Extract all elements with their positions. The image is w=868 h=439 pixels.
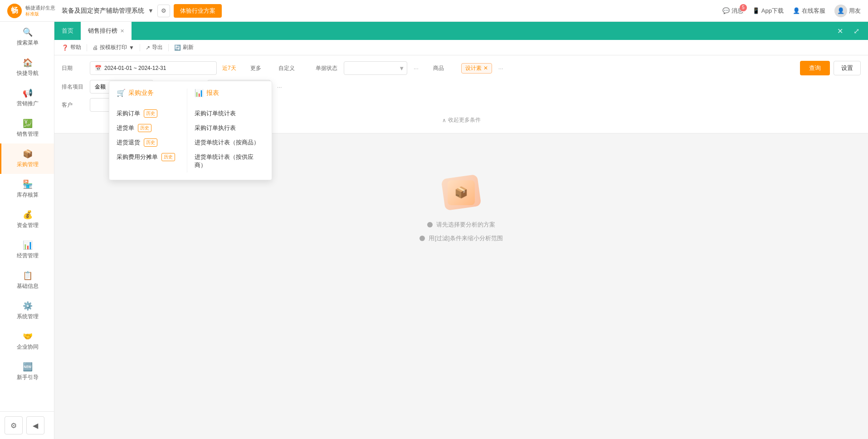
industry-button[interactable]: 体验行业方案 [174,4,222,18]
operation-icon: 📊 [23,240,33,250]
dropdown-item-return[interactable]: 进货退货 历史 [117,135,187,150]
tab-home[interactable]: 首页 [54,22,81,40]
goods-tag-text: 设计素 [465,64,482,72]
sidebar-label-base: 基础信息 [17,282,39,290]
sidebar-label-fund: 资金管理 [17,222,39,229]
tab-sales-rank[interactable]: 销售排行榜 ✕ [81,22,132,40]
sidebar: 🔍 搜索菜单 🏠 快捷导航 📢 营销推广 💹 销售管理 📦 采购管理 🏪 库存核… [0,22,54,439]
report-col-icon: 📊 [195,89,204,97]
query-button[interactable]: 查询 [800,61,830,75]
sidebar-item-inventory[interactable]: 🏪 库存核算 [0,174,54,204]
dropdown-item-report-4[interactable]: 进货单统计表（按供应商） [195,150,265,173]
empty-dot-1 [427,222,433,227]
dropdown-label-report-4: 进货单统计表（按供应商） [195,153,265,169]
customer-label: 客户 [62,101,84,109]
date-range-input[interactable]: 📅 2024-01-01 ~ 2024-12-31 [90,61,217,75]
tab-close-icon[interactable]: ✕ [120,28,124,34]
date-shortcut-7days[interactable]: 近7天 [222,64,245,72]
sidebar-item-enterprise[interactable]: 🤝 企业协同 [0,326,54,356]
dropdown-label-purchase-order: 采购订单 [117,109,140,118]
purchase-icon: 📦 [23,149,33,159]
print-icon: 🖨 [93,44,98,51]
salesperson-dots[interactable]: ··· [277,84,282,90]
sidebar-item-fund[interactable]: 💰 资金管理 [0,204,54,235]
dropdown-label-inbound: 进货单 [117,124,134,132]
collapse-sidebar-button[interactable]: ◀ [26,416,44,434]
voucher-status-select-wrap: ▼ [344,61,407,75]
toolbar-divider3 [168,44,169,51]
marketing-icon: 📢 [23,88,33,98]
dropdown-label-report-3: 进货单统计表（按商品） [195,138,259,147]
user-item[interactable]: 👤 用友 [834,5,861,17]
date-shortcut-more[interactable]: 更多 [250,64,273,72]
online-service-item[interactable]: 👤 在线客服 [793,7,825,15]
tab-close-btn[interactable]: ✕ [834,25,846,37]
dropdown-label-return: 进货退货 [117,138,140,147]
refresh-icon: 🔄 [174,44,181,51]
tab-bar: 首页 销售排行榜 ✕ ✕ ⤢ [54,22,868,40]
refresh-button[interactable]: 🔄 刷新 [174,44,194,51]
message-item[interactable]: 💬 消息 5 [722,7,743,15]
voucher-status-select[interactable] [344,61,407,75]
history-badge-1: 历史 [138,124,151,132]
gear-button[interactable]: ⚙ [157,5,170,17]
dropdown-item-report-2[interactable]: 采购订单执行表 [195,121,265,135]
sidebar-item-system[interactable]: ⚙️ 系统管理 [0,296,54,326]
rank-label: 排名项目 [62,83,84,91]
dropdown-label-report-1: 采购订单统计表 [195,109,236,118]
help-icon: ❓ [62,44,68,51]
message-badge: 5 [740,4,747,11]
dropdown-columns: 🛒 采购业务 采购订单 历史 进货单 历史 进货退货 历史 [117,89,264,173]
toolbar-divider [87,44,87,51]
tab-maximize-btn[interactable]: ⤢ [850,25,863,37]
online-label: 在线客服 [802,7,825,15]
app-download-item[interactable]: 📱 App下载 [752,7,784,15]
system-dropdown-arrow[interactable]: ▼ [148,7,154,14]
date-shortcut-custom[interactable]: 自定义 [278,64,301,72]
print-dropdown-icon[interactable]: ▼ [129,44,134,51]
settings-bottom-button[interactable]: ⚙ [5,416,23,434]
sidebar-item-quick[interactable]: 🏠 快捷导航 [0,52,54,83]
dropdown-item-report-1[interactable]: 采购订单统计表 [195,106,265,121]
date-label: 日期 [62,64,84,72]
purchase-col-title: 🛒 采购业务 [117,89,187,101]
sidebar-item-base[interactable]: 📋 基础信息 [0,265,54,296]
sidebar-item-marketing[interactable]: 📢 营销推广 [0,83,54,113]
print-button[interactable]: 🖨 按模板打印 ▼ [93,44,134,51]
voucher-status-label: 单据状态 [316,64,338,72]
search-icon: 🔍 [23,27,33,37]
sidebar-label-quick: 快捷导航 [17,69,39,77]
dropdown-item-inbound[interactable]: 进货单 历史 [117,121,187,135]
goods-tag-close[interactable]: ✕ [483,65,488,71]
sidebar-label-inventory: 库存核算 [17,191,39,199]
dropdown-item-purchase-order[interactable]: 采购订单 历史 [117,106,187,121]
history-badge-3: 历史 [161,153,175,161]
system-title-area: 装备及固定资产辅助管理系统 ▼ ⚙ 体验行业方案 [62,4,722,18]
dropdown-label-expense: 采购费用分摊单 [117,153,158,161]
user-label: 用友 [849,7,861,15]
filter-actions: 查询 设置 [800,61,861,75]
calendar-icon: 📅 [95,65,102,71]
help-button[interactable]: ❓ 帮助 [62,44,81,51]
export-button[interactable]: ↗ 导出 [146,44,163,51]
sales-icon: 💹 [23,118,33,128]
goods-dots[interactable]: ··· [498,65,503,72]
tab-bar-right: ✕ ⤢ [834,25,868,37]
voucher-status-dots[interactable]: ··· [414,65,419,72]
dropdown-item-expense[interactable]: 采购费用分摊单 历史 [117,150,187,164]
sidebar-item-operation[interactable]: 📊 经营管理 [0,235,54,265]
empty-tip-2: 用[过滤]条件来缩小分析范围 [419,234,502,242]
filter-row-1: 日期 📅 2024-01-01 ~ 2024-12-31 近7天 更多 自定义 … [62,61,861,75]
dropdown-item-report-3[interactable]: 进货单统计表（按商品） [195,135,265,150]
sidebar-label-guide: 新手引导 [17,374,39,381]
goods-label: 商品 [433,64,456,72]
sidebar-item-purchase[interactable]: 📦 采购管理 [0,143,54,174]
history-badge-2: 历史 [144,138,157,147]
settings-button[interactable]: 设置 [834,61,861,75]
top-bar: 畅 畅捷通好生意 标准版 装备及固定资产辅助管理系统 ▼ ⚙ 体验行业方案 💬 … [0,0,868,22]
date-range-value: 2024-01-01 ~ 2024-12-31 [104,65,166,71]
toolbar-divider2 [140,44,140,51]
sidebar-item-sales[interactable]: 💹 销售管理 [0,113,54,143]
sidebar-item-guide[interactable]: 🆕 新手引导 [0,356,54,387]
sidebar-item-search[interactable]: 🔍 搜索菜单 [0,22,54,52]
